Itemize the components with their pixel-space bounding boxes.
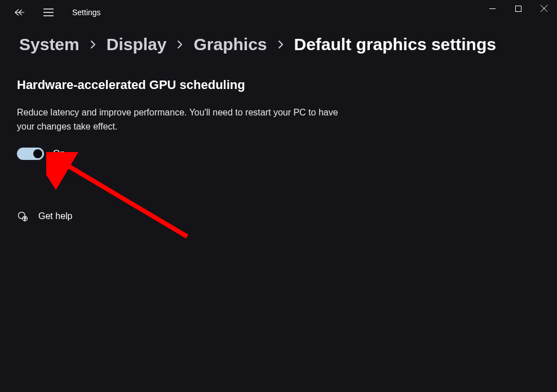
minimize-button[interactable]: [479, 0, 505, 17]
menu-button[interactable]: [37, 1, 60, 24]
close-icon: [541, 5, 547, 12]
window-controls: [479, 0, 557, 25]
toggle-knob: [33, 149, 42, 158]
help-icon: ?: [17, 211, 28, 222]
content-area: Hardware-accelerated GPU scheduling Redu…: [0, 54, 557, 222]
app-title: Settings: [72, 8, 101, 17]
section-description: Reduce latency and improve performance. …: [17, 106, 355, 134]
maximize-icon: [515, 6, 521, 12]
breadcrumb: System Display Graphics Default graphics…: [0, 25, 557, 54]
back-button[interactable]: [9, 1, 32, 24]
chevron-right-icon: [277, 39, 284, 50]
breadcrumb-current: Default graphics settings: [294, 35, 496, 54]
close-button[interactable]: [531, 0, 557, 17]
maximize-button[interactable]: [505, 0, 531, 17]
get-help-link[interactable]: ? Get help: [17, 211, 557, 222]
arrow-left-icon: [15, 8, 26, 16]
toggle-row: On: [17, 148, 557, 160]
toggle-state-label: On: [53, 149, 65, 159]
gpu-scheduling-toggle[interactable]: [17, 148, 44, 160]
minimize-icon: [489, 6, 496, 12]
help-label: Get help: [38, 211, 72, 221]
svg-text:?: ?: [24, 216, 26, 220]
chevron-right-icon: [90, 39, 96, 50]
hamburger-icon: [43, 8, 54, 16]
breadcrumb-system[interactable]: System: [19, 35, 79, 54]
svg-rect-4: [515, 6, 521, 11]
title-bar: Settings: [0, 0, 557, 25]
breadcrumb-graphics[interactable]: Graphics: [193, 35, 267, 54]
breadcrumb-display[interactable]: Display: [107, 35, 167, 54]
chevron-right-icon: [176, 39, 183, 50]
section-title: Hardware-accelerated GPU scheduling: [17, 78, 557, 92]
